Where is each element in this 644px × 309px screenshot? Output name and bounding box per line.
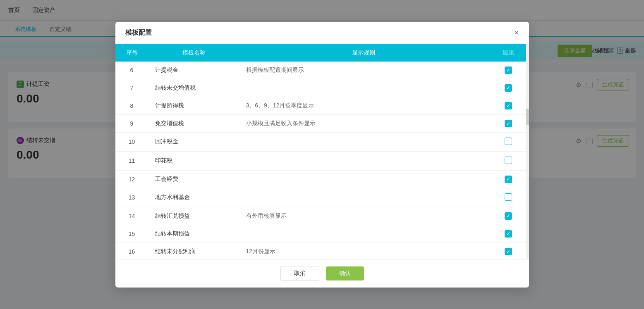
- row-name: 免交增值税: [148, 114, 239, 132]
- row-checkbox[interactable]: [505, 67, 512, 74]
- row-checkbox[interactable]: [505, 157, 512, 164]
- row-checkbox[interactable]: [505, 138, 512, 145]
- modal-template-config: 模板配置 × 序号 模板名称 显示规则 显示 6计提税金根据模板配置期间显示7结…: [115, 22, 529, 288]
- row-name: 工会经费: [148, 170, 239, 188]
- modal-overlay: 模板配置 × 序号 模板名称 显示规则 显示 6计提税金根据模板配置期间显示7结…: [0, 0, 644, 309]
- row-rule: [239, 151, 488, 170]
- row-checkbox[interactable]: [505, 120, 512, 127]
- row-rule: 有外币核算显示: [239, 207, 488, 225]
- row-name: 回冲税金: [148, 132, 239, 151]
- row-id: 11: [115, 151, 148, 170]
- modal-footer: 取消 确认: [115, 259, 529, 288]
- table-row: 8计提所得税3、6、9、12月按季度显示: [115, 97, 529, 114]
- row-display[interactable]: [488, 132, 529, 151]
- row-name: 结转未分配利润: [148, 242, 239, 259]
- row-display[interactable]: [488, 170, 529, 188]
- row-display[interactable]: [488, 207, 529, 225]
- row-display[interactable]: [488, 62, 529, 79]
- cancel-button[interactable]: 取消: [280, 266, 319, 281]
- row-checkbox[interactable]: [505, 102, 512, 109]
- row-rule: 3、6、9、12月按季度显示: [239, 97, 488, 114]
- table-row: 7结转未交增值税: [115, 79, 529, 97]
- table-row: 10回冲税金: [115, 132, 529, 151]
- row-name: 地方水利基金: [148, 188, 239, 207]
- row-rule: 根据模板配置期间显示: [239, 62, 488, 79]
- table-body: 6计提税金根据模板配置期间显示7结转未交增值税8计提所得税3、6、9、12月按季…: [115, 62, 529, 259]
- row-id: 13: [115, 188, 148, 207]
- row-checkbox[interactable]: [505, 84, 512, 92]
- row-rule: [239, 188, 488, 207]
- row-display[interactable]: [488, 188, 529, 207]
- row-display[interactable]: [488, 151, 529, 170]
- row-name: 计提税金: [148, 62, 239, 79]
- row-display[interactable]: [488, 114, 529, 132]
- table-row: 15结转本期损益: [115, 225, 529, 242]
- row-checkbox[interactable]: [505, 248, 512, 255]
- col-header-name: 模板名称: [148, 44, 239, 62]
- row-checkbox[interactable]: [505, 212, 512, 220]
- table-header: 序号 模板名称 显示规则 显示: [115, 44, 529, 62]
- row-display[interactable]: [488, 79, 529, 97]
- row-id: 14: [115, 207, 148, 225]
- row-name: 计提所得税: [148, 97, 239, 114]
- table-row: 16结转未分配利润12月份显示: [115, 242, 529, 259]
- row-rule: [239, 225, 488, 242]
- row-display[interactable]: [488, 225, 529, 242]
- modal-title: 模板配置: [125, 29, 152, 37]
- modal-close-button[interactable]: ×: [514, 29, 519, 37]
- row-checkbox[interactable]: [505, 230, 512, 238]
- row-checkbox[interactable]: [505, 193, 512, 201]
- row-id: 10: [115, 132, 148, 151]
- confirm-button[interactable]: 确认: [326, 266, 364, 280]
- table-row: 9免交增值税小规模且满足收入条件显示: [115, 114, 529, 132]
- config-table: 序号 模板名称 显示规则 显示 6计提税金根据模板配置期间显示7结转未交增值税8…: [115, 44, 529, 259]
- modal-header: 模板配置 ×: [115, 22, 529, 44]
- row-id: 8: [115, 97, 148, 114]
- row-id: 15: [115, 225, 148, 242]
- row-id: 6: [115, 62, 148, 79]
- table-row: 13地方水利基金: [115, 188, 529, 207]
- row-name: 印花税: [148, 151, 239, 170]
- row-name: 结转未交增值税: [148, 79, 239, 97]
- table-scroll-area[interactable]: 序号 模板名称 显示规则 显示 6计提税金根据模板配置期间显示7结转未交增值税8…: [115, 44, 529, 259]
- row-id: 16: [115, 242, 148, 259]
- row-rule: [239, 170, 488, 188]
- col-header-display: 显示: [488, 44, 529, 62]
- row-id: 12: [115, 170, 148, 188]
- row-id: 7: [115, 79, 148, 97]
- col-header-id: 序号: [115, 44, 148, 62]
- row-display[interactable]: [488, 242, 529, 259]
- table-row: 12工会经费: [115, 170, 529, 188]
- row-id: 9: [115, 114, 148, 132]
- col-header-rule: 显示规则: [239, 44, 488, 62]
- row-rule: 小规模且满足收入条件显示: [239, 114, 488, 132]
- table-row: 14结转汇兑损益有外币核算显示: [115, 207, 529, 225]
- row-display[interactable]: [488, 97, 529, 114]
- row-name: 结转本期损益: [148, 225, 239, 242]
- table-row: 11印花税: [115, 151, 529, 170]
- row-rule: [239, 79, 488, 97]
- row-rule: [239, 132, 488, 151]
- scrollbar[interactable]: [526, 44, 529, 259]
- row-rule: 12月份显示: [239, 242, 488, 259]
- scrollbar-thumb[interactable]: [526, 109, 529, 125]
- row-name: 结转汇兑损益: [148, 207, 239, 225]
- row-checkbox[interactable]: [505, 176, 512, 183]
- table-row: 6计提税金根据模板配置期间显示: [115, 62, 529, 79]
